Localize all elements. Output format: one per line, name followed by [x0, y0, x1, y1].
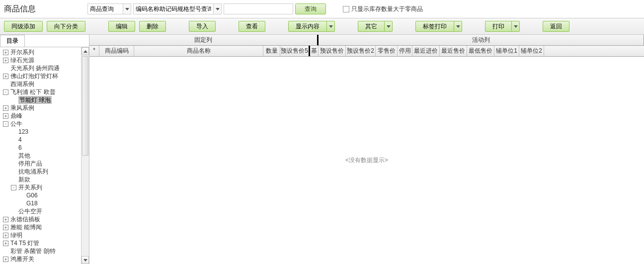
search-field-combo[interactable] [133, 3, 222, 14]
tree-node[interactable]: +永德信插板 [0, 215, 81, 223]
expand-icon[interactable]: + [3, 217, 8, 222]
search-button[interactable]: 查询 [295, 3, 326, 14]
column-header[interactable]: 辅单位2 [519, 46, 544, 56]
expand-icon[interactable]: + [3, 58, 8, 63]
back-button[interactable]: 返回 [543, 21, 569, 32]
tree-node[interactable]: 西湖系例 [0, 80, 81, 88]
column-header[interactable]: 最近进价 [412, 46, 440, 56]
add-sibling-button[interactable]: 同级添加 [4, 21, 43, 32]
tree-node[interactable]: -公牛 [0, 120, 81, 128]
column-header[interactable]: 商品编码 [99, 46, 134, 56]
search-input[interactable] [224, 3, 293, 14]
view-button[interactable]: 查看 [239, 21, 265, 32]
tree-node[interactable]: G18 [0, 199, 81, 207]
chevron-down-icon[interactable] [213, 4, 221, 14]
other-button[interactable]: 其它 [358, 21, 385, 32]
tree-node[interactable]: 新款 [0, 176, 81, 183]
tree-node[interactable]: +乘风系例 [0, 104, 81, 112]
tree-label: 西湖系例 [10, 80, 34, 88]
collapse-icon[interactable]: - [3, 89, 8, 95]
chevron-down-icon[interactable] [385, 21, 393, 32]
chevron-down-icon[interactable] [454, 21, 462, 32]
checkbox-icon[interactable] [343, 6, 349, 12]
tree-label: 雅能 能博闻 [10, 223, 42, 231]
tree-node[interactable]: +绿石光源 [0, 56, 81, 64]
tree-node[interactable]: 其他 [0, 152, 81, 160]
tree-node[interactable]: 节能灯 球泡 [0, 96, 81, 104]
tree-node[interactable]: +鸿雁开关 [0, 255, 81, 263]
label-print-button[interactable]: 标签打印 [415, 21, 454, 32]
grid-empty-message: <没有数据显示> [89, 57, 644, 264]
tree-label: 公牛 [10, 120, 22, 128]
tree-node[interactable]: -飞利浦 松下 欧普 [0, 88, 81, 96]
tree-label: 绿明 [10, 231, 22, 239]
tree-node[interactable]: G06 [0, 191, 81, 199]
tree-label: 鼎峰 [10, 112, 22, 120]
tab-catalog[interactable]: 目录 [0, 35, 25, 47]
expand-icon[interactable]: + [3, 113, 8, 119]
show-content-button[interactable]: 显示内容 [288, 21, 327, 32]
stock-filter-checkbox[interactable]: 只显示库存数量大于零商品 [343, 5, 423, 13]
tree-node[interactable]: +鼎峰 [0, 112, 81, 120]
expand-icon[interactable]: + [3, 241, 8, 246]
collapse-icon[interactable]: - [11, 185, 16, 190]
column-header[interactable]: 预设售价2 [346, 46, 376, 56]
search-field-input[interactable] [134, 4, 213, 14]
sub-category-button[interactable]: 向下分类 [47, 21, 85, 32]
tree-node[interactable]: +雅能 能博闻 [0, 223, 81, 231]
column-header[interactable]: 零售价 [376, 46, 398, 56]
tree-node[interactable]: +绿明 [0, 231, 81, 239]
tree-label: 4 [18, 136, 22, 144]
tree-node[interactable]: +开尔系列 [0, 48, 81, 56]
column-header[interactable]: 预设售价 [319, 46, 346, 56]
column-group-fixed: 固定列 [89, 35, 319, 45]
tree-node[interactable]: 6 [0, 144, 81, 152]
column-header[interactable]: 辅单位1 [494, 46, 519, 56]
tree-node[interactable]: -开关系列 [0, 183, 81, 191]
expand-icon[interactable]: + [3, 50, 8, 55]
query-type-input[interactable] [88, 4, 123, 14]
column-header[interactable]: 商品名称 [134, 46, 263, 56]
tree-label: 其他 [18, 152, 30, 160]
expand-icon[interactable]: + [3, 233, 8, 238]
tree-label: 抗电涌系列 [18, 168, 48, 176]
query-type-combo[interactable] [87, 3, 131, 14]
chevron-down-icon[interactable] [327, 21, 335, 32]
category-tree[interactable]: +开尔系列+绿石光源天光系列 扬州四通+佛山灯泡灯管灯杯西湖系例-飞利浦 松下 … [0, 47, 81, 264]
expand-icon[interactable]: + [3, 74, 8, 79]
tree-node[interactable]: 天光系列 扬州四通 [0, 64, 81, 72]
column-header[interactable]: 预设售价5 [280, 46, 310, 56]
expand-icon[interactable]: + [3, 105, 8, 111]
scroll-up-icon[interactable] [81, 47, 89, 55]
column-header[interactable]: 最低售价 [467, 46, 494, 56]
tree-node[interactable]: 123 [0, 128, 81, 136]
tree-node[interactable]: 4 [0, 136, 81, 144]
column-header[interactable]: 数量 [263, 46, 280, 56]
collapse-icon[interactable]: - [3, 121, 8, 127]
tree-node[interactable]: 抗电涌系列 [0, 168, 81, 176]
scrollbar[interactable] [81, 47, 89, 264]
print-button[interactable]: 打印 [485, 21, 512, 32]
column-header[interactable]: 基 [310, 46, 319, 56]
tree-node[interactable]: +佛山灯泡灯管灯杯 [0, 72, 81, 80]
import-button[interactable]: 导入 [189, 21, 216, 32]
tree-node[interactable]: 公牛空开 [0, 207, 81, 215]
tree-label: 开关系列 [18, 183, 42, 191]
chevron-down-icon[interactable] [512, 21, 520, 32]
edit-button[interactable]: 编辑 [108, 21, 135, 32]
column-header[interactable]: 最近售价 [440, 46, 467, 56]
expand-icon[interactable]: + [3, 257, 8, 262]
column-header[interactable]: * [89, 46, 99, 56]
tree-label: G18 [26, 199, 38, 207]
delete-button[interactable]: 删除 [139, 21, 166, 32]
expand-icon[interactable]: + [3, 225, 8, 230]
tree-label: 鸿雁开关 [10, 255, 34, 263]
chevron-down-icon[interactable] [123, 4, 131, 14]
tree-node[interactable]: 停用产品 [0, 160, 81, 168]
scroll-thumb[interactable] [82, 56, 88, 156]
tree-label: 佛山灯泡灯管灯杯 [10, 72, 58, 80]
tree-node[interactable]: 彩管 杀菌管 朗特 [0, 247, 81, 255]
scroll-down-icon[interactable] [81, 256, 89, 264]
column-header[interactable]: 停用 [398, 46, 412, 56]
tree-node[interactable]: +T4 T5 灯管 [0, 239, 81, 247]
